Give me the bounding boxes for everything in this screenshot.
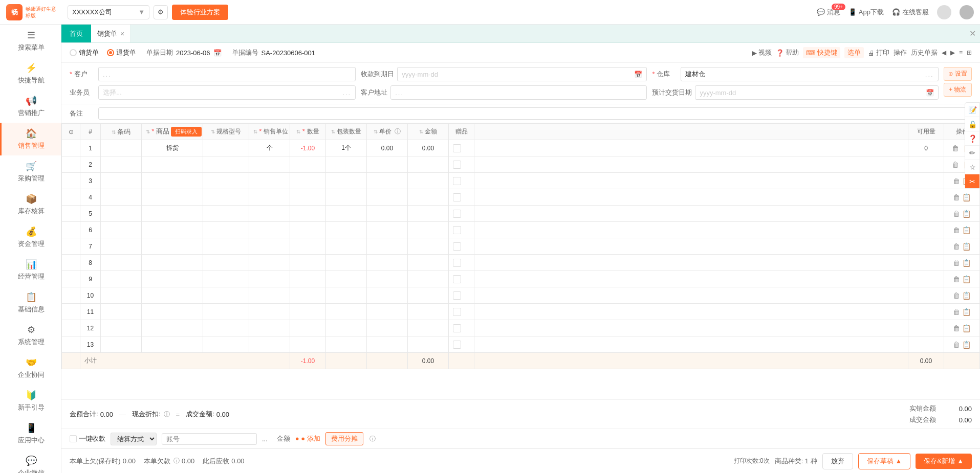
tab-sales-order[interactable]: 销货单 × [91, 25, 131, 42]
td-gift-1[interactable] [449, 140, 474, 156]
gift-checkbox-4[interactable] [453, 193, 461, 201]
remark-input[interactable] [98, 107, 972, 120]
sidebar-item-search[interactable]: ☰ 搜索菜单 [0, 25, 61, 57]
cost-split-btn[interactable]: 费用分摊 [325, 432, 363, 445]
td-price-1[interactable]: 0.00 [367, 140, 408, 156]
tab-close-icon[interactable]: × [120, 30, 124, 38]
gift-checkbox-10[interactable] [453, 291, 461, 300]
sidebar-item-wechat[interactable]: 💬 企业微信 [0, 450, 61, 473]
delete-icon-1[interactable]: 🗑 [952, 144, 959, 152]
radio-return-order[interactable]: 退货单 [107, 48, 136, 57]
gift-checkbox-6[interactable] [453, 226, 461, 234]
gift-checkbox-9[interactable] [453, 275, 461, 283]
close-all-tabs-button[interactable]: ✕ [969, 29, 976, 38]
app-download-btn[interactable]: 📱 App下载 [848, 8, 884, 17]
delete-icon-8[interactable]: 🗑 [953, 259, 960, 267]
copy-icon-8[interactable]: 📋 [962, 259, 971, 267]
save-draft-button[interactable]: 保存草稿 ▲ [858, 453, 911, 469]
settings-gear-button[interactable]: ⚙ [154, 5, 168, 19]
delete-icon-13[interactable]: 🗑 [953, 341, 960, 349]
tab-home[interactable]: 首页 [61, 25, 91, 42]
radio-sales-order[interactable]: 销货单 [70, 48, 99, 57]
right-panel-edit-btn[interactable]: ✏ [965, 146, 979, 160]
online-service-btn[interactable]: 🎧 在线客服 [892, 8, 929, 17]
ops-btn[interactable]: 操作 [894, 48, 907, 57]
customer-input[interactable]: ... [98, 67, 356, 81]
copy-icon-5[interactable]: 📋 [962, 210, 971, 218]
price-info-icon[interactable]: ⓘ [395, 128, 401, 135]
delete-icon-9[interactable]: 🗑 [953, 275, 960, 283]
copy-icon-9[interactable]: 📋 [962, 275, 971, 283]
td-gift-2[interactable] [449, 156, 474, 173]
right-panel-question-btn[interactable]: ❓ [965, 131, 979, 146]
gift-checkbox-2[interactable] [453, 161, 461, 169]
copy-icon-4[interactable]: 📋 [962, 193, 971, 201]
user-avatar-2[interactable] [960, 5, 974, 19]
account-extra[interactable]: ... [262, 435, 268, 443]
right-panel-star-btn[interactable]: ☆ [965, 160, 979, 174]
gift-checkbox-12[interactable] [453, 324, 461, 332]
td-qty-1[interactable]: -1.00 [290, 140, 326, 156]
next-btn[interactable]: ▶ [950, 49, 955, 56]
logistics-button[interactable]: + 物流 [944, 83, 972, 97]
copy-icon-12[interactable]: 📋 [962, 324, 971, 332]
sidebar-item-sales[interactable]: 🏠 销售管理 [0, 123, 61, 155]
message-btn[interactable]: 💬 消息 99+ [817, 8, 840, 17]
gift-checkbox-11[interactable] [453, 308, 461, 316]
scan-btn[interactable]: 扫码录入 [171, 127, 202, 137]
delete-icon-10[interactable]: 🗑 [953, 291, 960, 300]
gift-checkbox-8[interactable] [453, 259, 461, 267]
add-payment-btn[interactable]: ● ● 添加 [295, 434, 320, 443]
sidebar-item-app-center[interactable]: 📱 应用中心 [0, 417, 61, 450]
gift-checkbox-5[interactable] [453, 210, 461, 218]
salesperson-input[interactable]: 选择... ... [98, 85, 356, 100]
sidebar-item-finance[interactable]: 💰 资金管理 [0, 221, 61, 254]
delete-icon-11[interactable]: 🗑 [953, 308, 960, 316]
copy-icon-10[interactable]: 📋 [962, 291, 971, 300]
save-new-button[interactable]: 保存&新增 ▲ [916, 454, 972, 469]
grid-view-btn[interactable]: ⊞ [967, 49, 972, 56]
delete-icon-12[interactable]: 🗑 [953, 324, 960, 332]
select-btn[interactable]: 选单 [844, 47, 864, 58]
one-click-payment-checkbox[interactable] [70, 435, 77, 442]
discount-info-icon[interactable]: ⓘ [164, 410, 170, 419]
delete-icon-5[interactable]: 🗑 [953, 210, 960, 218]
discard-button[interactable]: 放弃 [822, 453, 853, 469]
account-input[interactable] [162, 433, 257, 445]
total-owe-info-icon[interactable]: ⓘ [173, 457, 180, 465]
calendar-icon[interactable]: 📅 [213, 49, 222, 57]
copy-icon-13[interactable]: 📋 [962, 341, 971, 349]
right-panel-cut-btn[interactable]: ✂ [965, 174, 979, 189]
user-avatar[interactable] [937, 5, 951, 19]
gift-checkbox-3[interactable] [453, 177, 461, 185]
sidebar-item-base-info[interactable]: 📋 基础信息 [0, 286, 61, 319]
delete-icon-6[interactable]: 🗑 [953, 226, 960, 234]
help-btn[interactable]: ❓ 帮助 [776, 48, 799, 57]
payment-date-input[interactable]: yyyy-mm-dd 📅 [397, 67, 647, 81]
td-amount-1[interactable]: 0.00 [408, 140, 449, 156]
sidebar-item-marketing[interactable]: 📢 营销推广 [0, 90, 61, 123]
right-panel-note-btn[interactable]: 📝 [965, 103, 979, 117]
gift-checkbox-13[interactable] [453, 341, 461, 349]
settings-button[interactable]: ⊙ 设置 [944, 67, 972, 81]
gift-checkbox-7[interactable] [453, 242, 461, 251]
calendar-icon-3[interactable]: 📅 [926, 89, 934, 97]
gift-checkbox-1[interactable] [453, 144, 461, 152]
sidebar-item-operations[interactable]: 📊 经营管理 [0, 254, 61, 286]
sidebar-item-purchase[interactable]: 🛒 采购管理 [0, 155, 61, 188]
print-btn[interactable]: 🖨 打印 [868, 48, 889, 57]
payment-info-icon[interactable]: ⓘ [369, 435, 376, 443]
sidebar-item-guide[interactable]: 🔰 新手引导 [0, 385, 61, 417]
video-btn[interactable]: ▶ 视频 [752, 48, 772, 57]
company-selector[interactable]: XXXXXX公司 ▼ [68, 5, 149, 19]
copy-icon-7[interactable]: 📋 [962, 242, 971, 251]
prev-btn[interactable]: ◀ [942, 49, 946, 56]
calc-method-select[interactable]: 结算方式 [111, 433, 157, 445]
sidebar-item-enterprise[interactable]: 🤝 企业协同 [0, 352, 61, 385]
sidebar-item-inventory[interactable]: 📦 库存核算 [0, 188, 61, 221]
delete-icon-2[interactable]: 🗑 [952, 161, 959, 169]
expected-date-input[interactable]: yyyy-mm-dd 📅 [695, 85, 938, 100]
history-btn[interactable]: 历史单据 [911, 48, 938, 57]
shortcut-btn[interactable]: ⌨ 快捷键 [803, 47, 840, 58]
warehouse-input[interactable]: 建材仓 ... [681, 67, 938, 81]
